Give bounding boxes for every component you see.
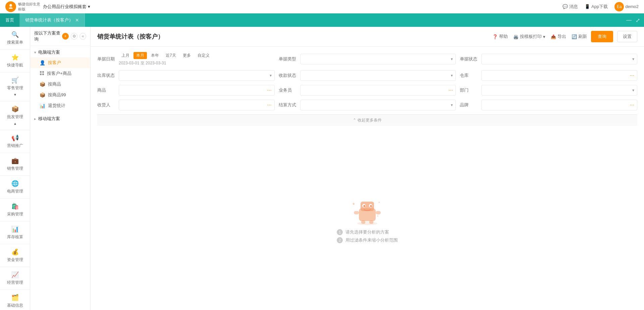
scheme-item-by-customer[interactable]: 👤 按客户 (30, 57, 90, 68)
sidebar-item-finance[interactable]: 💰 资金管理 (0, 244, 30, 267)
preset-this-year[interactable]: 本年 (148, 52, 162, 59)
sidebar-item-sales[interactable]: 💼 销售管理 (0, 153, 30, 176)
scheme-item-by-customer-product-label: 按客户+商品 (47, 70, 71, 76)
svg-text:✦: ✦ (378, 201, 380, 204)
sidebar-item-ops[interactable]: 📈 经营管理 (0, 267, 30, 290)
sidebar-item-stock[interactable]: 📊 库存核算 (0, 221, 30, 244)
sidebar-quick-nav[interactable]: ⭐ 快捷导航 (0, 50, 30, 72)
svg-rect-4 (42, 73, 44, 75)
sidebar-item-purchase[interactable]: 🛍️ 采购管理 (0, 199, 30, 221)
receiver-label: 收货人 (97, 102, 116, 108)
tab-sales-stat[interactable]: 销货单统计表（按客户） ✕ (20, 13, 85, 27)
receipt-status-input[interactable]: ▾ (300, 70, 456, 81)
receiver-input[interactable]: ··· (119, 100, 275, 110)
filter-area: 单据日期 上月 本月 本年 近7天 更多 自定义 2023-03-01 至 20… (91, 47, 644, 131)
user-info[interactable]: Ea demo2 (614, 2, 639, 11)
tab-close-icon[interactable]: ✕ (75, 17, 79, 23)
staff-label: 业务员 (279, 87, 298, 93)
query-button[interactable]: 查询 (591, 31, 613, 42)
payment-input[interactable]: ▾ (300, 100, 456, 110)
scheme-group-mobile-header[interactable]: ▸ 移动端方案 (30, 114, 90, 124)
payment-chevron-icon: ▾ (451, 103, 453, 107)
product-dots-icon: ··· (267, 87, 271, 93)
svg-rect-14 (361, 220, 365, 224)
preset-7days[interactable]: 近7天 (163, 52, 179, 59)
filter-doc-status: 单据状态 ▾ (460, 54, 637, 64)
app-download-btn[interactable]: 📱 App下载 (585, 4, 608, 10)
ecom-icon: 🌐 (11, 180, 19, 187)
sidebar-search[interactable]: 🔍 搜索菜单 (0, 27, 30, 50)
scheme-settings-btn[interactable]: ⚙ (71, 33, 77, 40)
staff-input[interactable]: ··· (300, 85, 456, 96)
sidebar-item-basic[interactable]: 🗂️ 基础信息 (0, 290, 30, 310)
template-print-btn[interactable]: 🖨️ 按模板打印 ▾ (513, 34, 545, 40)
receiver-dots-icon: ··· (267, 102, 271, 108)
content-area: 按以下方案查询 + ⚙ « ▾ 电脑端方案 👤 按客户 (30, 27, 644, 310)
sidebar-item-marketing[interactable]: 📢 营销推广 (0, 130, 30, 153)
box-icon: 📦 (40, 82, 45, 87)
date-label: 单据日期 (97, 56, 116, 62)
refresh-btn[interactable]: 🔄 刷新 (572, 34, 587, 40)
scheme-item-return-stat[interactable]: 📊 退货统计 (30, 100, 90, 111)
collapse-text: ⌃ 收起更多条件 (353, 118, 381, 122)
scheme-item-by-product99-label: 按商品99 (48, 92, 66, 98)
page-header: 销货单统计表（按客户） ❓ 帮助 🖨️ 按模板打印 ▾ (91, 27, 644, 47)
warehouse-input[interactable]: ··· (481, 70, 637, 81)
doc-type-input[interactable]: ▾ (300, 54, 456, 64)
preset-this-month[interactable]: 本月 (133, 52, 147, 59)
scheme-item-by-product[interactable]: 📦 按商品 (30, 79, 90, 90)
ops-icon: 📈 (11, 271, 19, 278)
message-icon: 💬 (562, 4, 568, 9)
brand-input[interactable]: ··· (481, 100, 637, 110)
tab-home[interactable]: 首页 (0, 13, 20, 27)
page-title-row: 销货单统计表（按客户） ❓ 帮助 🖨️ 按模板打印 ▾ (97, 31, 637, 46)
scheme-group-pc-label: 电脑端方案 (38, 49, 60, 55)
svg-rect-1 (40, 71, 42, 73)
refresh-icon: 🔄 (572, 34, 577, 39)
dept-chevron-icon: ▾ (632, 88, 634, 93)
sales-icon: 💼 (11, 157, 19, 164)
sidebar-item-wholesale[interactable]: 📦 批发管理 ▴ (0, 101, 30, 130)
scheme-add-btn[interactable]: + (62, 33, 69, 40)
svg-rect-3 (40, 73, 42, 75)
export-btn[interactable]: 📤 导出 (551, 34, 566, 40)
filter-staff: 业务员 ··· (279, 85, 456, 96)
out-status-input[interactable]: ▾ (119, 70, 275, 81)
preset-more[interactable]: 更多 (180, 52, 194, 59)
wholesale-icon: 📦 (11, 105, 19, 113)
empty-state: ★ ✦ ★ 1 请先选择要分析的方案 2 用过滤条件来缩小分析范围 (91, 131, 644, 310)
scheme-group-pc-header[interactable]: ▾ 电脑端方案 (30, 47, 90, 57)
company-selector[interactable]: 办公用品行业模拟账套 ▾ (43, 4, 90, 10)
product-input[interactable]: ··· (119, 85, 275, 96)
tab-sales-stat-label: 销货单统计表（按客户） (25, 17, 73, 23)
sidebar-item-ecom[interactable]: 🌐 电商管理 (0, 176, 30, 199)
brand-dots-icon: ··· (630, 102, 634, 108)
hint-number-2: 2 (337, 237, 343, 243)
empty-hint: 1 请先选择要分析的方案 2 用过滤条件来缩小分析范围 (337, 229, 398, 243)
warehouse-dots-icon: ··· (630, 72, 634, 79)
tab-minimize-icon[interactable]: — (626, 17, 632, 23)
collapse-bar[interactable]: ⌃ 收起更多条件 (97, 114, 637, 126)
scheme-collapse-btn[interactable]: « (79, 33, 86, 40)
doc-status-input[interactable]: ▾ (481, 54, 637, 64)
main-layout: 🔍 搜索菜单 ⭐ 快捷导航 🛒 零售管理 ▾ 📦 批发管理 ▴ 📢 营销推广 💼… (0, 27, 644, 310)
preset-custom[interactable]: 自定义 (195, 52, 212, 59)
scheme-item-by-product99[interactable]: 📦 按商品99 (30, 90, 90, 100)
help-btn[interactable]: ❓ 帮助 (492, 34, 508, 40)
dept-input[interactable]: ▾ (481, 85, 637, 96)
mobile-icon: 📱 (585, 4, 590, 9)
preset-last-month[interactable]: 上月 (119, 52, 132, 59)
sidebar-item-retail[interactable]: 🛒 零售管理 ▾ (0, 72, 30, 101)
empty-hint-item-2: 2 用过滤条件来缩小分析范围 (337, 237, 398, 243)
svg-text:★: ★ (352, 202, 355, 206)
export-icon: 📤 (551, 34, 556, 39)
filter-payment: 结算方式 ▾ (279, 100, 456, 110)
warehouse-label: 仓库 (460, 72, 479, 79)
tab-maximize-icon[interactable]: ⤢ (636, 17, 640, 23)
message-btn[interactable]: 💬 消息 (562, 4, 578, 10)
scheme-item-by-customer-product[interactable]: 按客户+商品 (30, 68, 90, 79)
svg-point-10 (364, 205, 365, 207)
filter-doc-type: 单据类型 ▾ (279, 54, 456, 64)
settings-button[interactable]: 设置 (617, 31, 637, 42)
filter-row-1: 单据日期 上月 本月 本年 近7天 更多 自定义 2023-03-01 至 20… (97, 52, 637, 66)
